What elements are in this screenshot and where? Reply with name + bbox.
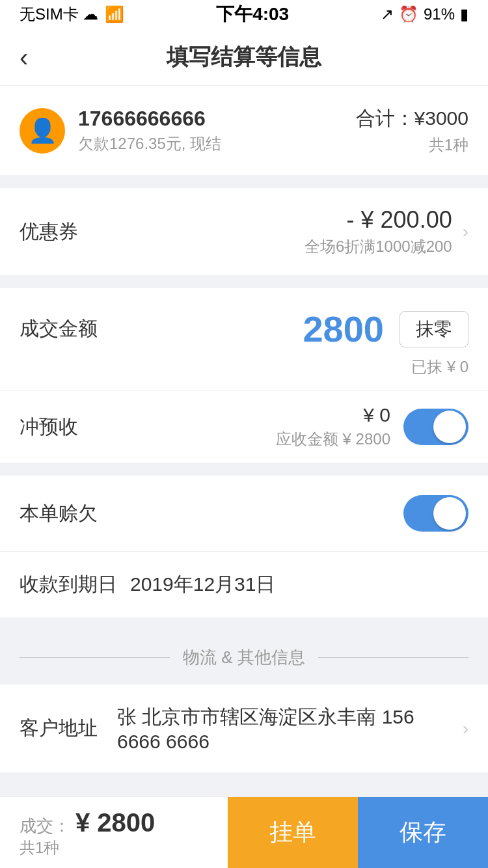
item-count: 共1种	[356, 135, 468, 156]
separator-2	[0, 463, 488, 476]
coupon-label: 优惠券	[20, 219, 78, 245]
status-left: 无SIM卡 ☁ 📶	[20, 4, 124, 25]
prepay-main-value: ¥ 0	[276, 404, 390, 426]
bottom-spacer	[0, 772, 488, 798]
coupon-right: - ¥ 200.00 全场6折满1000减200 ›	[305, 206, 468, 257]
bottom-count: 共1种	[20, 837, 208, 858]
arrears-row: 本单赊欠	[0, 476, 488, 551]
address-value: 张 北京市市辖区海淀区永丰南 156 6666 6666	[117, 704, 463, 753]
prepay-sub-value: 应收金额 ¥ 2800	[276, 429, 390, 450]
bottom-bar: 成交： ¥ 2800 共1种 挂单 保存	[0, 796, 488, 868]
customer-info: 17666666666 欠款1276.35元, 现结	[78, 107, 221, 154]
status-time: 下午4:03	[216, 2, 289, 27]
address-row[interactable]: 客户地址 张 北京市市辖区海淀区永丰南 156 6666 6666 ›	[0, 685, 488, 772]
suspend-button[interactable]: 挂单	[228, 797, 358, 869]
coupon-chevron-icon: ›	[463, 221, 468, 242]
customer-total: 合计：¥3000 共1种	[356, 105, 468, 156]
address-label: 客户地址	[20, 715, 98, 742]
separator-1	[0, 275, 488, 288]
status-right: ↗ ⏰ 91% ▮	[381, 5, 468, 23]
customer-phone: 17666666666	[78, 107, 221, 131]
round-zero-button[interactable]: 抹零	[400, 311, 468, 347]
arrears-label: 本单赊欠	[20, 500, 98, 527]
logistics-title: 物流 & 其他信息	[183, 646, 305, 669]
customer-card: 👤 17666666666 欠款1276.35元, 现结 合计：¥3000 共1…	[0, 86, 488, 175]
coupon-description: 全场6折满1000减200	[305, 236, 452, 257]
status-bar: 无SIM卡 ☁ 📶 下午4:03 ↗ ⏰ 91% ▮	[0, 0, 488, 29]
coupon-amount: - ¥ 200.00	[305, 206, 452, 234]
logistics-line-right	[318, 657, 468, 658]
deal-amount-row: 成交金额 2800 抹零	[0, 288, 488, 357]
logistics-header: 物流 & 其他信息	[0, 631, 488, 685]
battery-level: 91%	[424, 5, 455, 23]
save-button[interactable]: 保存	[358, 797, 488, 869]
separator-3	[0, 617, 488, 631]
nav-bar: ‹ 填写结算等信息	[0, 29, 488, 86]
arrears-toggle[interactable]	[403, 495, 468, 532]
customer-debt: 欠款1276.35元, 现结	[78, 133, 221, 154]
deal-value: 2800	[303, 308, 384, 350]
alarm-icon: ⏰	[399, 5, 418, 23]
bottom-info: 成交： ¥ 2800 共1种	[0, 807, 228, 858]
address-chevron-icon: ›	[463, 718, 468, 739]
deal-sub: 已抹 ¥ 0	[0, 357, 488, 390]
sim-status: 无SIM卡 ☁	[20, 4, 98, 25]
wifi-icon: 📶	[105, 5, 124, 23]
arrears-toggle-knob	[433, 497, 466, 530]
deal-label: 成交金额	[20, 316, 98, 342]
location-icon: ↗	[381, 5, 394, 23]
due-label: 收款到期日	[20, 571, 117, 598]
avatar-icon: 👤	[28, 117, 57, 144]
back-button[interactable]: ‹	[20, 44, 28, 70]
prepay-row: 冲预收 ¥ 0 应收金额 ¥ 2800	[0, 390, 488, 463]
coupon-row[interactable]: 优惠券 - ¥ 200.00 全场6折满1000减200 ›	[0, 188, 488, 275]
avatar: 👤	[20, 108, 65, 154]
due-date-row: 收款到期日 2019年12月31日	[0, 551, 488, 617]
prepay-label: 冲预收	[20, 414, 78, 441]
toggle-knob	[433, 411, 466, 443]
prepay-toggle[interactable]	[403, 409, 468, 445]
main-content: 👤 17666666666 欠款1276.35元, 现结 合计：¥3000 共1…	[0, 86, 488, 868]
bottom-amount: ¥ 2800	[75, 808, 155, 837]
logistics-line-left	[20, 657, 170, 658]
due-value: 2019年12月31日	[130, 571, 275, 598]
page-title: 填写结算等信息	[167, 42, 321, 72]
total-amount: 合计：¥3000	[356, 105, 468, 132]
prepay-values: ¥ 0 应收金额 ¥ 2800	[276, 404, 390, 450]
battery-icon: ▮	[460, 5, 468, 23]
bottom-trade-label: 成交：	[20, 815, 70, 837]
